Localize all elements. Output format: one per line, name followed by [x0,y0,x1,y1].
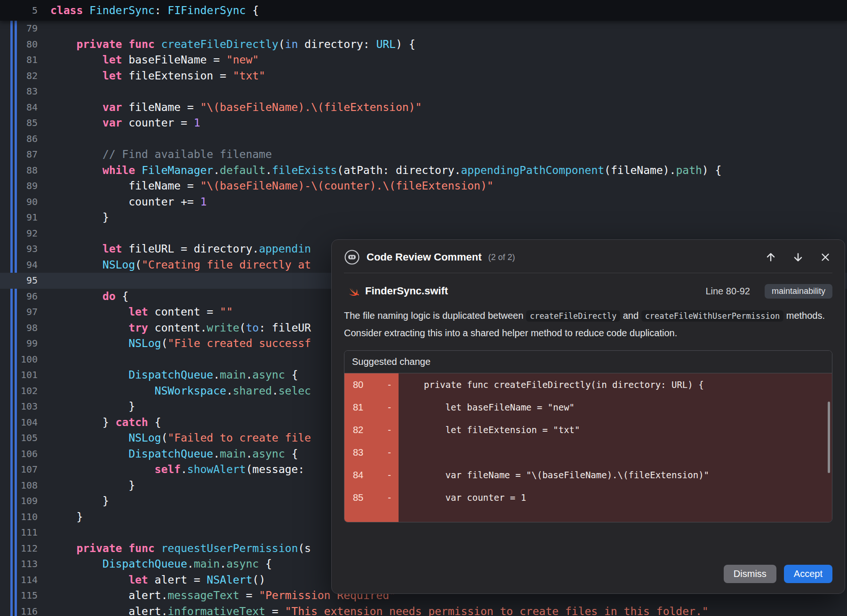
line-text: DispatchQueue.main.async { [50,446,298,462]
line-number[interactable]: 87 [0,147,50,163]
inline-code: createFileDirectly [526,310,620,322]
line-text: let fileURL = directory.appendin [50,241,311,257]
line-number[interactable]: 103 [0,399,50,415]
line-number[interactable]: 95 [0,273,50,289]
diff-gutter: 84- [344,464,399,486]
line-text: } [50,493,109,509]
line-text: } [50,210,109,226]
line-text: private func requestUserPermission(s [50,541,311,557]
diff-row-clipped [344,509,832,522]
line-number[interactable]: 80 [0,37,50,53]
diff-gutter: 81- [344,396,399,419]
line-text: let fileExtension = "txt" [50,68,265,84]
line-number[interactable]: 85 [0,115,50,131]
code-line-82[interactable]: 82 let fileExtension = "txt" [0,68,847,84]
line-text: private func createFileDirectly(in direc… [50,37,416,53]
line-number[interactable]: 98 [0,320,50,336]
diff-row: 82- let fileExtension = "txt" [344,419,832,441]
code-line-92[interactable]: 92 [0,226,847,242]
line-text: let baseFileName = "new" [50,52,259,68]
line-number[interactable]: 110 [0,509,50,525]
line-text: var counter = 1 [50,115,200,131]
body-text: and [620,310,641,321]
screen: { "editor": { "sticky_line": { "num": "5… [0,0,847,616]
code-line-87[interactable]: 87 // Find available filename [0,147,847,163]
line-number[interactable]: 88 [0,163,50,179]
diff-scrollbar[interactable] [828,402,830,473]
previous-comment-button[interactable] [764,250,778,264]
line-number[interactable]: 92 [0,226,50,242]
code-line-85[interactable]: 85 var counter = 1 [0,115,847,131]
sticky-line-text: class FinderSync: FIFinderSync { [50,4,259,16]
line-number[interactable]: 83 [0,84,50,100]
comment-counter: (2 of 2) [488,253,515,262]
line-number[interactable]: 106 [0,446,50,462]
code-line-79[interactable]: 79 [0,21,847,37]
line-range: Line 80-92 [705,286,750,297]
line-number[interactable]: 84 [0,100,50,116]
sticky-scope-line[interactable]: 5 class FinderSync: FIFinderSync { [0,0,847,21]
code-line-84[interactable]: 84 var fileName = "\(baseFileName).\(fil… [0,100,847,116]
diff-code: var counter = 1 [399,486,526,509]
diff-code [399,441,402,464]
line-text: } [50,509,83,525]
line-number[interactable]: 94 [0,257,50,273]
code-line-89[interactable]: 89 fileName = "\(baseFileName)-\(counter… [0,178,847,194]
line-number[interactable]: 93 [0,241,50,257]
line-number[interactable]: 90 [0,194,50,210]
line-text: let alert = NSAlert() [50,572,265,588]
line-number[interactable]: 91 [0,210,50,226]
line-number[interactable]: 111 [0,525,50,541]
line-number[interactable]: 96 [0,289,50,305]
line-number[interactable]: 102 [0,383,50,399]
line-number[interactable]: 101 [0,367,50,383]
code-line-86[interactable]: 86 [0,131,847,147]
line-number[interactable]: 113 [0,556,50,572]
line-number[interactable]: 112 [0,541,50,557]
file-name: FinderSync.swift [365,285,448,297]
line-number[interactable]: 99 [0,336,50,352]
line-text: try content.write(to: fileUR [50,320,311,336]
line-text: } catch { [50,415,161,431]
line-number[interactable]: 104 [0,415,50,431]
line-number[interactable]: 107 [0,462,50,478]
code-line-81[interactable]: 81 let baseFileName = "new" [0,52,847,68]
dismiss-button[interactable]: Dismiss [724,565,776,583]
line-number[interactable]: 81 [0,52,50,68]
close-button[interactable] [818,250,832,264]
line-number[interactable]: 79 [0,21,50,37]
code-line-90[interactable]: 90 counter += 1 [0,194,847,210]
line-number[interactable]: 115 [0,588,50,604]
comment-body: The file naming logic is duplicated betw… [332,301,845,342]
line-text: NSLog("Creating file directly at [50,257,311,273]
code-line-116[interactable]: 116 alert.informativeText = "This extens… [0,604,847,616]
line-text: self.showAlert(message: [50,462,304,478]
diff-row: 85- var counter = 1 [344,486,832,509]
code-line-91[interactable]: 91 } [0,210,847,226]
line-number[interactable]: 86 [0,131,50,147]
accept-button[interactable]: Accept [784,565,832,583]
next-comment-button[interactable] [791,250,805,264]
line-text: NSLog("Failed to create file [50,430,311,446]
line-number[interactable]: 108 [0,478,50,494]
line-number[interactable]: 116 [0,604,50,616]
diff-view: 80- private func createFileDirectly(in d… [344,373,832,522]
line-text: while FileManager.default.fileExists(atP… [50,163,721,179]
line-number[interactable]: 105 [0,430,50,446]
line-text: NSWorkspace.shared.selec [50,383,311,399]
line-number[interactable]: 97 [0,304,50,320]
diff-gutter [344,509,399,522]
line-number[interactable]: 89 [0,178,50,194]
dialog-title: Code Review Comment [367,251,482,263]
dialog-nav [764,250,832,264]
diff-code: var fileName = "\(baseFileName).\(fileEx… [399,464,709,486]
line-number[interactable]: 100 [0,352,50,368]
line-number[interactable]: 109 [0,493,50,509]
code-line-80[interactable]: 80 private func createFileDirectly(in di… [0,37,847,53]
line-number[interactable]: 114 [0,572,50,588]
line-number[interactable]: 82 [0,68,50,84]
code-line-83[interactable]: 83 [0,84,847,100]
line-text: var fileName = "\(baseFileName).\(fileEx… [50,100,422,116]
code-line-88[interactable]: 88 while FileManager.default.fileExists(… [0,163,847,179]
diff-gutter: 83- [344,441,399,464]
